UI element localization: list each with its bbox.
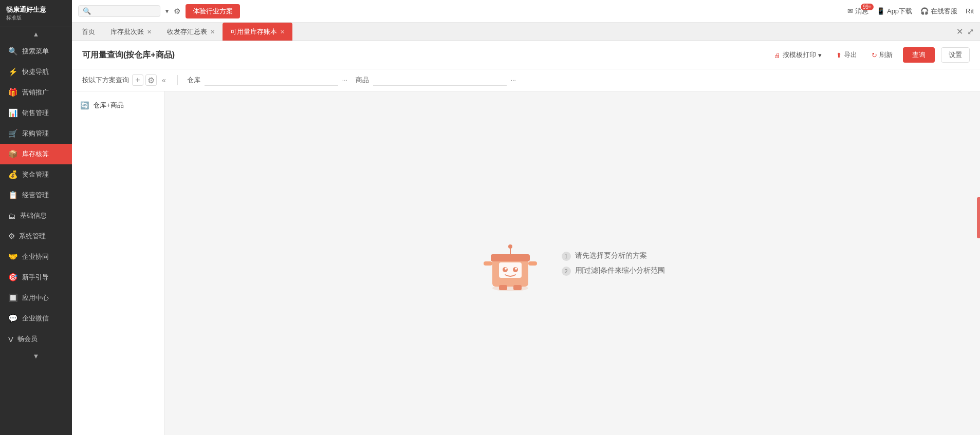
tab-label-batch: 库存批次账: [110, 27, 144, 36]
tabs-container: 首页库存批次账✕收发存汇总表✕可用量库存账本✕: [74, 23, 292, 41]
svg-point-6: [505, 268, 507, 270]
sidebar-icon-shortcut: ⚡: [8, 67, 18, 77]
add-scheme-btn[interactable]: +: [132, 74, 143, 86]
sidebar-item-newbie[interactable]: 🎯新手引导: [0, 267, 72, 288]
sidebar-label-sales: 销售管理: [22, 108, 49, 118]
sidebar-icon-sales: 📊: [8, 108, 18, 118]
export-btn[interactable]: ⬆ 导出: [832, 48, 861, 62]
sidebar-label-search: 搜索菜单: [22, 47, 49, 56]
sidebar-icon-apps: 🔲: [8, 293, 18, 302]
tab-batch[interactable]: 库存批次账✕: [103, 23, 159, 41]
print-dropdown-icon[interactable]: ▾: [818, 51, 822, 59]
goods-more-btn[interactable]: ···: [511, 77, 516, 84]
sidebar-icon-marketing: 🎁: [8, 88, 18, 97]
sidebar-label-shortcut: 快捷导航: [22, 67, 49, 77]
maximize-btn[interactable]: ⤢: [967, 27, 974, 36]
sidebar-item-member[interactable]: V畅会员: [0, 329, 72, 349]
sidebar-item-marketing[interactable]: 🎁营销推广: [0, 82, 72, 103]
tab-close-available[interactable]: ✕: [280, 29, 285, 35]
service-label: 在线客服: [931, 7, 957, 16]
sidebar-item-enterprise[interactable]: 🤝企业协同: [0, 247, 72, 267]
message-badge: 99+: [861, 4, 874, 10]
sidebar-item-sales[interactable]: 📊销售管理: [0, 103, 72, 123]
sidebar-icon-member: V: [8, 335, 13, 344]
sidebar-item-finance[interactable]: 💰资金管理: [0, 164, 72, 185]
page-content: 可用量查询(按仓库+商品) 🖨 按模板打印 ▾ ⬆ 导出 ↻ 刷新 查询 设置: [72, 41, 980, 435]
close-tab-btn[interactable]: ✕: [956, 27, 963, 36]
header-gear-icon[interactable]: ⚙: [174, 7, 180, 16]
sidebar-icon-system: ⚙: [8, 232, 15, 241]
sidebar: 畅康通好生意 标准版 ▲ 🔍搜索菜单⚡快捷导航🎁营销推广📊销售管理🛒采购管理📦库…: [0, 0, 72, 435]
sidebar-item-wechat[interactable]: 💬企业微信: [0, 308, 72, 329]
tab-close-batch[interactable]: ✕: [147, 29, 152, 35]
sidebar-icon-basic: 🗂: [8, 212, 16, 220]
sidebar-label-system: 系统管理: [19, 232, 46, 241]
sidebar-nav: ▲ 🔍搜索菜单⚡快捷导航🎁营销推广📊销售管理🛒采购管理📦库存核算💰资金管理📋经营…: [0, 27, 72, 435]
svg-rect-10: [484, 261, 492, 266]
svg-rect-3: [499, 262, 522, 278]
header-search-input[interactable]: [93, 8, 155, 15]
refresh-icon: ↻: [872, 51, 877, 59]
goods-filter: 商品 ···: [356, 74, 516, 86]
sidebar-item-apps[interactable]: 🔲应用中心: [0, 288, 72, 308]
svg-rect-11: [528, 261, 537, 266]
sidebar-item-basic[interactable]: 🗂基础信息: [0, 205, 72, 226]
scheme-list: 🔄仓库+商品: [72, 91, 164, 435]
collapse-btn[interactable]: «: [160, 76, 168, 84]
sidebar-item-operations[interactable]: 📋经营管理: [0, 185, 72, 205]
sidebar-item-system[interactable]: ⚙系统管理: [0, 226, 72, 247]
empty-tip-1: 1 请先选择要分析的方案: [562, 251, 665, 261]
header-search-box: 🔍: [78, 5, 160, 17]
header-message[interactable]: ✉ 消息 99+: [847, 7, 868, 16]
svg-rect-12: [499, 285, 507, 290]
logo-title: 畅康通好生意: [6, 5, 66, 14]
svg-rect-2: [491, 254, 530, 261]
sidebar-label-finance: 资金管理: [22, 170, 49, 179]
sidebar-item-purchase[interactable]: 🛒采购管理: [0, 123, 72, 144]
print-btn[interactable]: 🖨 按模板打印 ▾: [770, 48, 826, 62]
sidebar-label-wechat: 企业微信: [22, 314, 49, 323]
refresh-btn[interactable]: ↻ 刷新: [867, 48, 897, 62]
empty-state-inner: 1 请先选择要分析的方案 2 用[过滤]条件来缩小分析范围: [479, 233, 665, 294]
sidebar-item-search[interactable]: 🔍搜索菜单: [0, 41, 72, 62]
filter-scheme: 按以下方案查询 + ⚙ «: [82, 74, 168, 86]
sidebar-label-member: 畅会员: [17, 334, 38, 344]
warehouse-more-btn[interactable]: ···: [342, 77, 347, 84]
filter-scheme-actions: + ⚙: [132, 74, 157, 86]
scheme-label: 按以下方案查询: [82, 75, 129, 85]
sidebar-scroll-up[interactable]: ▲: [0, 27, 72, 41]
tab-home[interactable]: 首页: [74, 23, 103, 41]
sidebar-logo: 畅康通好生意 标准版: [0, 0, 72, 27]
tab-close-summary[interactable]: ✕: [210, 29, 215, 35]
top-header: 🔍 ▾ ⚙ 体验行业方案 ✉ 消息 99+ 📱 App下载 🎧 在线客服 Rit: [72, 0, 980, 23]
phone-icon: 📱: [877, 7, 885, 15]
sidebar-icon-operations: 📋: [8, 191, 18, 200]
tab-label-home: 首页: [82, 27, 95, 36]
sidebar-scroll-down[interactable]: ▼: [0, 349, 72, 363]
goods-input[interactable]: [373, 74, 507, 86]
industry-btn[interactable]: 体验行业方案: [186, 4, 240, 18]
header-username[interactable]: Rit: [966, 7, 974, 15]
empty-tips: 1 请先选择要分析的方案 2 用[过滤]条件来缩小分析范围: [562, 251, 665, 276]
header-dropdown[interactable]: ▾: [165, 8, 169, 15]
scheme-item-warehouse-goods[interactable]: 🔄仓库+商品: [72, 97, 164, 114]
sidebar-item-inventory[interactable]: 📦库存核算: [0, 144, 72, 164]
filter-fields: 仓库 ··· 商品 ···: [187, 74, 970, 86]
app-label: App下载: [887, 7, 912, 16]
tab-available[interactable]: 可用量库存账本✕: [223, 23, 292, 41]
query-btn[interactable]: 查询: [903, 47, 935, 63]
header-app-download[interactable]: 📱 App下载: [877, 7, 912, 16]
sidebar-icon-purchase: 🛒: [8, 129, 18, 138]
page-actions: 🖨 按模板打印 ▾ ⬆ 导出 ↻ 刷新 查询 设置: [770, 47, 970, 63]
settings-scheme-btn[interactable]: ⚙: [145, 74, 157, 86]
sidebar-icon-newbie: 🎯: [8, 273, 18, 282]
settings-btn[interactable]: 设置: [941, 47, 970, 63]
tip-num-1: 1: [562, 252, 571, 261]
warehouse-input[interactable]: [205, 74, 338, 86]
tab-summary[interactable]: 收发存汇总表✕: [159, 23, 223, 41]
print-label: 按模板打印: [783, 50, 816, 60]
header-service[interactable]: 🎧 在线客服: [920, 7, 957, 16]
tip-text-2: 用[过滤]条件来缩小分析范围: [575, 266, 665, 275]
sidebar-item-shortcut[interactable]: ⚡快捷导航: [0, 62, 72, 82]
sidebar-icon-finance: 💰: [8, 170, 18, 179]
